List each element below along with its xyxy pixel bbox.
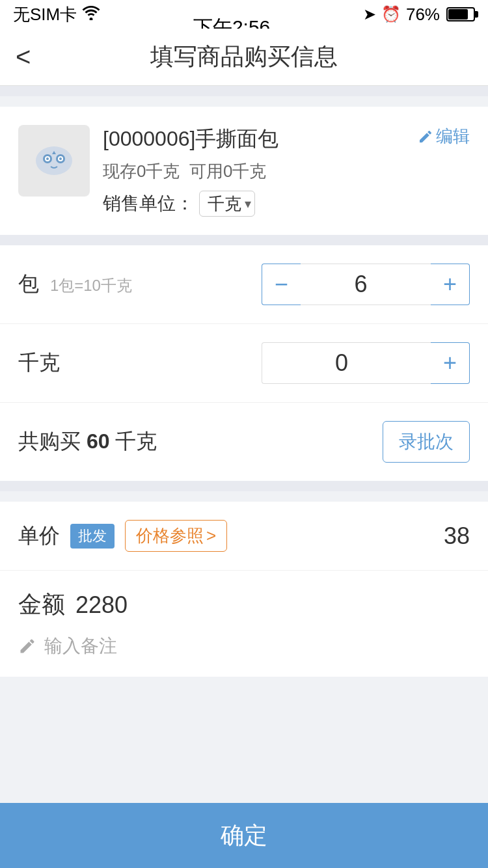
price-type-tag: 批发 bbox=[70, 524, 115, 549]
price-ref-arrow: > bbox=[206, 526, 216, 546]
page-title: 填写商品购买信息 bbox=[150, 41, 338, 73]
unit-select[interactable]: 千克 bbox=[199, 191, 255, 217]
back-button[interactable]: < bbox=[16, 42, 31, 72]
confirm-button[interactable]: 确定 bbox=[0, 803, 488, 868]
section-divider-2 bbox=[0, 481, 488, 491]
product-info: [0000006]手撕面包 现存0千克 可用0千克 销售单位： 千克 bbox=[103, 125, 470, 217]
pack-qty-input[interactable] bbox=[301, 264, 431, 305]
edit-button[interactable]: 编辑 bbox=[418, 125, 470, 148]
status-left: 无SIM卡 bbox=[13, 3, 100, 26]
product-card: [0000006]手撕面包 现存0千克 可用0千克 销售单位： 千克 编辑 bbox=[0, 107, 488, 235]
remark-row[interactable]: 输入备注 bbox=[18, 634, 470, 658]
remark-placeholder: 输入备注 bbox=[44, 634, 117, 658]
product-stock: 现存0千克 可用0千克 bbox=[103, 160, 470, 183]
battery-percent: 76% bbox=[406, 5, 440, 25]
section-divider-1 bbox=[0, 235, 488, 245]
svg-point-5 bbox=[46, 157, 49, 160]
edit-label: 编辑 bbox=[436, 125, 470, 148]
price-value: 38 bbox=[444, 522, 470, 550]
total-row: 共购买 60 千克 录批次 bbox=[0, 403, 488, 481]
alarm-icon: ⏰ bbox=[381, 5, 401, 23]
nav-bar: < 填写商品购买信息 bbox=[0, 29, 488, 86]
product-name: [0000006]手撕面包 bbox=[103, 125, 470, 154]
amount-label: 金额 bbox=[18, 589, 65, 621]
price-reference-button[interactable]: 价格参照 > bbox=[125, 520, 227, 552]
kg-label: 千克 bbox=[18, 349, 262, 377]
kg-qty-control: + bbox=[262, 342, 470, 384]
kg-increment-button[interactable]: + bbox=[431, 342, 470, 384]
kg-qty-input[interactable] bbox=[262, 342, 431, 384]
pack-label: 包 1包=10千克 bbox=[18, 270, 262, 299]
status-right: ➤ ⏰ 76% bbox=[363, 5, 475, 25]
pack-qty-control: − + bbox=[262, 264, 470, 305]
edit-icon bbox=[418, 129, 433, 144]
carrier-text: 无SIM卡 bbox=[13, 3, 77, 26]
location-icon: ➤ bbox=[363, 5, 376, 23]
amount-section: 金额 2280 输入备注 bbox=[0, 571, 488, 677]
product-unit-row: 销售单位： 千克 bbox=[103, 191, 470, 217]
svg-point-6 bbox=[59, 157, 62, 160]
unit-select-wrapper[interactable]: 千克 bbox=[194, 191, 255, 217]
price-label: 单价 bbox=[18, 522, 60, 550]
bottom-spacer bbox=[0, 677, 488, 807]
amount-value: 2280 bbox=[75, 591, 128, 619]
pack-increment-button[interactable]: + bbox=[431, 264, 470, 305]
svg-point-0 bbox=[36, 146, 72, 175]
status-bar: 无SIM卡 下午2:56 ➤ ⏰ 76% bbox=[0, 0, 488, 29]
price-section: 单价 批发 价格参照 > 38 bbox=[0, 502, 488, 571]
pack-hint: 1包=10千克 bbox=[50, 277, 132, 294]
batch-button[interactable]: 录批次 bbox=[383, 421, 470, 463]
kg-quantity-row: 千克 + bbox=[0, 324, 488, 403]
quantity-section: 包 1包=10千克 − + 千克 + 共购买 bbox=[0, 245, 488, 481]
battery-icon bbox=[446, 7, 475, 21]
pack-quantity-row: 包 1包=10千克 − + bbox=[0, 245, 488, 324]
pencil-icon bbox=[18, 637, 36, 655]
amount-row: 金额 2280 bbox=[18, 589, 470, 621]
owl-logo-icon bbox=[34, 144, 74, 177]
total-text: 共购买 60 千克 bbox=[18, 427, 157, 456]
unit-label: 销售单位： bbox=[103, 191, 194, 216]
pack-decrement-button[interactable]: − bbox=[262, 264, 301, 305]
wifi-icon bbox=[82, 5, 100, 25]
product-thumbnail bbox=[18, 125, 90, 197]
top-divider bbox=[0, 86, 488, 96]
